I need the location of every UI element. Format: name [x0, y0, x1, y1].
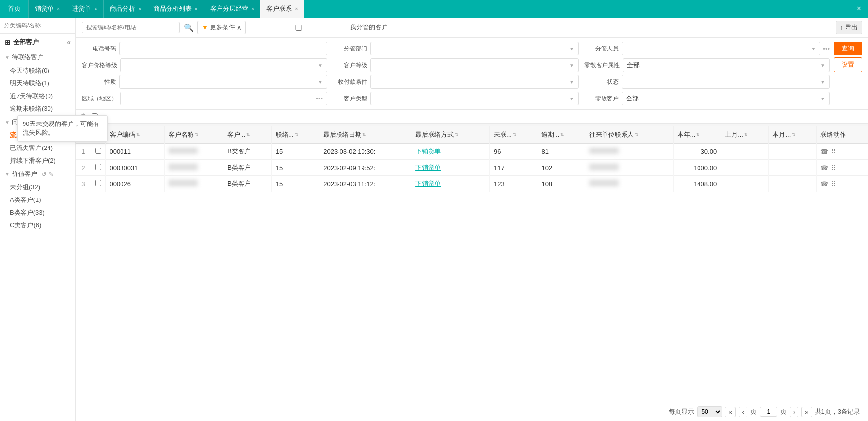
- action-phone-icon-2[interactable]: ☎: [820, 180, 828, 188]
- filter-dept-select[interactable]: ▼: [370, 42, 579, 55]
- sidebar-item-7days[interactable]: 近7天待联络(0): [0, 90, 75, 102]
- manager-more-icon[interactable]: •••: [823, 45, 830, 52]
- tab-item-2[interactable]: 商品分析 ×: [103, 0, 147, 18]
- filter-price-level-label: 客户价格等级: [82, 61, 117, 70]
- region-dots-icon[interactable]: •••: [316, 95, 323, 102]
- filter-customer-level-select[interactable]: ▼: [370, 58, 579, 72]
- filter-price-level: 客户价格等级 ▼: [82, 58, 327, 72]
- th-overdue[interactable]: 逾期... ⇅: [537, 126, 585, 144]
- my-customers-checkbox[interactable]: [250, 25, 348, 31]
- chevron-down-icon10: ▼: [820, 96, 825, 101]
- current-page-input[interactable]: [760, 407, 777, 417]
- page-label2: 页: [780, 407, 787, 416]
- filter-retail-attr-select[interactable]: 全部 ▼: [623, 58, 830, 72]
- chevron-down-icon5: ▼: [820, 63, 825, 68]
- first-page-button[interactable]: «: [725, 407, 735, 417]
- action-more-icon-2[interactable]: ⠿: [831, 180, 836, 188]
- row-overdue-2: 108: [537, 176, 585, 192]
- sidebar-item-declining[interactable]: 持续下滑客户(2): [0, 154, 75, 167]
- action-phone-icon-0[interactable]: ☎: [820, 148, 828, 155]
- tab-close-2[interactable]: ×: [138, 6, 141, 12]
- sidebar-item-overdue[interactable]: 逾期未联络(30): [0, 102, 75, 115]
- pagination: 每页显示 50 20 100 « ‹ 页 页 › » 共1页，3条记录: [76, 402, 868, 421]
- more-filter-button[interactable]: ▼ 更多条件 ∧: [197, 21, 246, 34]
- action-more-icon-1[interactable]: ⠿: [831, 164, 836, 172]
- th-contact[interactable]: 联络... ⇅: [271, 126, 319, 144]
- sort-icon-lmonth: ⇅: [744, 132, 748, 137]
- th-last-month[interactable]: 上月... ⇅: [721, 126, 769, 144]
- sidebar-item-class-b[interactable]: B类客户(33): [0, 206, 75, 219]
- table-row: 1 000011 B类客户 15 2023-03-02 10:30: 下销货单 …: [76, 144, 868, 160]
- per-page-select[interactable]: 50 20 100: [697, 406, 722, 417]
- search-input[interactable]: [82, 22, 180, 33]
- filter-nature-select[interactable]: ▼: [119, 75, 327, 89]
- prev-page-button[interactable]: ‹: [739, 407, 747, 417]
- chevron-down-icon3: ▼: [318, 63, 323, 68]
- export-button[interactable]: ↑ 导出: [836, 21, 863, 34]
- th-this-month[interactable]: 本月... ⇅: [769, 126, 816, 144]
- th-name[interactable]: 客户名称 ⇅: [164, 126, 223, 144]
- sidebar-item-today[interactable]: 今天待联络(0): [0, 64, 75, 77]
- filter-icon: ▼: [202, 24, 208, 31]
- edit-icon[interactable]: ✎: [48, 171, 54, 178]
- my-customers-checkbox-label[interactable]: 我分管的客户: [250, 23, 388, 32]
- next-page-button[interactable]: ›: [790, 407, 798, 417]
- filter-region-input[interactable]: •••: [120, 92, 327, 105]
- filter-customer-level: 客户等级 ▼: [333, 58, 579, 72]
- action-phone-icon-1[interactable]: ☎: [820, 164, 828, 172]
- sidebar-item-tomorrow[interactable]: 明天待联络(1): [0, 77, 75, 90]
- search-button[interactable]: 🔍: [184, 23, 193, 32]
- th-code[interactable]: 客户编码 ⇅: [105, 126, 164, 144]
- row-code-0: 000011: [105, 144, 164, 160]
- tab-item-3[interactable]: 商品分析列表 ×: [147, 0, 203, 18]
- th-contact-person[interactable]: 往来单位联系人 ⇅: [585, 126, 673, 144]
- row-unlisted-2: 123: [490, 176, 537, 192]
- row-overdue-1: 102: [537, 160, 585, 176]
- filter-retail-customer: 零散客户 全部 ▼: [584, 92, 830, 105]
- window-close-button[interactable]: ×: [850, 0, 868, 18]
- th-last-date[interactable]: 最后联络日期 ⇅: [319, 126, 411, 144]
- sort-icon-method: ⇅: [455, 132, 458, 137]
- sidebar-search-input[interactable]: [4, 22, 76, 29]
- query-button[interactable]: 查询: [834, 42, 862, 55]
- sidebar-group-value[interactable]: ▼ 价值客户 ↺ ✎: [0, 167, 75, 181]
- sidebar: 🔍 ⊞ 全部客户 « ▼ 待联络客户 今天待联络(0) 明天待联络(1) 近7天…: [0, 18, 76, 421]
- th-unlisted[interactable]: 未联... ⇅: [490, 126, 537, 144]
- th-last-method[interactable]: 最后联络方式 ⇅: [411, 126, 490, 144]
- tab-home[interactable]: 首页: [0, 0, 28, 18]
- refresh-icon[interactable]: ↺: [41, 171, 47, 178]
- tab-close-1[interactable]: ×: [94, 6, 97, 12]
- row-lmonth-2: [721, 176, 769, 192]
- table-settings-row: ⚙: [76, 110, 868, 124]
- action-more-icon-0[interactable]: ⠿: [831, 148, 836, 155]
- sidebar-collapse-button[interactable]: «: [67, 38, 71, 46]
- chevron-down-icon8: ▼: [820, 79, 825, 85]
- filter-status-select[interactable]: ▼: [622, 75, 830, 89]
- filter-retail-customer-select[interactable]: 全部 ▼: [622, 92, 830, 105]
- row-method-2: 下销货单: [411, 176, 490, 192]
- sidebar-group-dailianluo[interactable]: ▼ 待联络客户: [0, 50, 75, 64]
- tab-item-0[interactable]: 销货单 ×: [28, 0, 66, 18]
- sidebar-item-class-a[interactable]: A类客户(1): [0, 194, 75, 206]
- tab-item-5[interactable]: 客户联系 ×: [260, 0, 304, 18]
- th-type[interactable]: 客户... ⇅: [223, 126, 272, 144]
- filter-customer-type-select[interactable]: ▼: [370, 92, 579, 105]
- last-page-button[interactable]: »: [801, 407, 812, 417]
- filter-manager-select[interactable]: ▼: [622, 42, 820, 55]
- sort-icon-overdue: ⇅: [560, 132, 564, 137]
- filter-payment-select[interactable]: ▼: [370, 75, 579, 89]
- filter-price-level-select[interactable]: ▼: [120, 58, 327, 72]
- sidebar-item-ungrouped[interactable]: 未分组(32): [0, 181, 75, 194]
- filter-settings-button[interactable]: 设置: [834, 57, 862, 72]
- tab-close-4[interactable]: ×: [251, 6, 254, 12]
- tab-close-0[interactable]: ×: [57, 6, 60, 12]
- tab-item-1[interactable]: 进货单 ×: [66, 0, 103, 18]
- sidebar-item-churned[interactable]: 已流失客户(24): [0, 142, 75, 154]
- tab-item-4[interactable]: 客户分层经营 ×: [204, 0, 260, 18]
- sidebar-item-class-c[interactable]: C类客户(6): [0, 219, 75, 232]
- tab-close-5[interactable]: ×: [295, 6, 298, 12]
- tab-close-3[interactable]: ×: [194, 6, 197, 12]
- filter-phone-input[interactable]: [119, 42, 327, 55]
- row-unlisted-0: 96: [490, 144, 537, 160]
- th-year[interactable]: 本年... ⇅: [673, 126, 721, 144]
